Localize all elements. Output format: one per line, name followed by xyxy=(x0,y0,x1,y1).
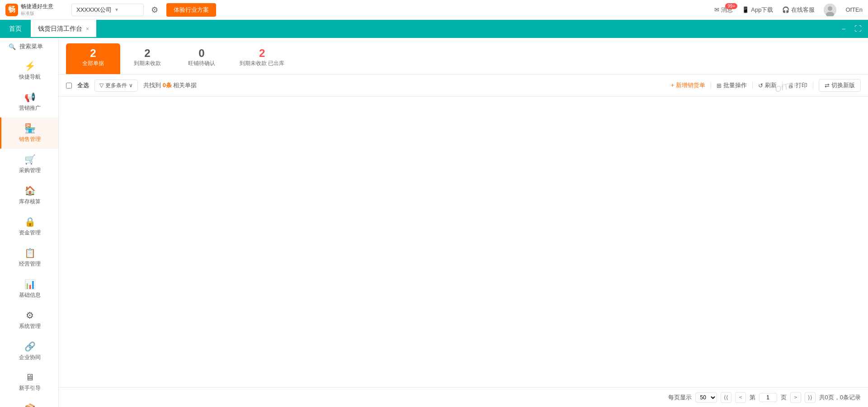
inventory-icon: 🏠 xyxy=(24,185,36,196)
finance-icon: 🔒 xyxy=(24,216,36,227)
sidebar-item-finance[interactable]: 🔒 资金管理 xyxy=(0,211,58,242)
refresh-button[interactable]: ↺ 刷新 xyxy=(758,81,777,89)
total-info: 共0页，0条记录 xyxy=(819,393,861,402)
toolbar: 全选 ▽ 更多条件 ∨ 共找到 0条 相关单据 + 新增销货单 ⊞ 批量操作 xyxy=(59,75,868,97)
pagination-bar: 每页显示 50 ⟨⟨ ＜ 第 页 ＞ ⟩⟩ 共0页，0条记录 xyxy=(59,387,868,407)
minimize-icon[interactable]: － xyxy=(838,23,849,36)
switch-label: 切换新版 xyxy=(831,81,855,89)
quick-nav-icon: ⚡ xyxy=(24,61,36,71)
page-unit: 页 xyxy=(781,393,787,402)
refresh-icon: ↺ xyxy=(758,82,763,89)
sidebar-label: 资金管理 xyxy=(19,229,41,237)
sidebar-item-purchase[interactable]: 🛒 采购管理 xyxy=(0,149,58,180)
tab-label: 钱货日清工作台 xyxy=(38,25,82,33)
basic-info-icon: 📊 xyxy=(24,279,36,290)
app-download-label: App下载 xyxy=(751,6,773,14)
avatar xyxy=(824,4,836,16)
maximize-icon[interactable]: ⛶ xyxy=(853,23,863,35)
stat-label: 旺铺待确认 xyxy=(188,60,215,66)
service-icon: 🎧 xyxy=(782,6,789,13)
found-count: 0条 xyxy=(163,82,172,89)
guide-icon: 🖥 xyxy=(25,372,34,383)
page-number-input[interactable] xyxy=(759,393,777,402)
sidebar-item-quick-nav[interactable]: ⚡ 快捷导航 xyxy=(0,55,58,86)
select-all-checkbox[interactable] xyxy=(66,83,72,89)
batch-operation-button[interactable]: ⊞ 批量操作 xyxy=(717,81,747,89)
stat-tab-wangpu[interactable]: 0 旺铺待确认 xyxy=(175,43,229,74)
stats-tabs: 2 全部单据 2 到期未收款 0 旺铺待确认 2 到期未收款 已出库 xyxy=(59,38,868,75)
stat-tab-all[interactable]: 2 全部单据 xyxy=(66,43,120,74)
sidebar-label: 销售管理 xyxy=(19,136,41,143)
trial-button[interactable]: 体验行业方案 xyxy=(166,3,216,17)
last-page-button[interactable]: ⟩⟩ xyxy=(805,392,816,403)
switch-new-version-button[interactable]: ⇄ 切换新版 xyxy=(819,79,861,92)
dropdown-arrow-icon: ▼ xyxy=(114,7,119,12)
sidebar-item-marketing[interactable]: 📢 营销推广 xyxy=(0,86,58,117)
collaboration-icon: 🔗 xyxy=(24,341,36,352)
page-size-label: 每页显示 xyxy=(668,393,692,402)
sidebar-item-basic-info[interactable]: 📊 基础信息 xyxy=(0,273,58,304)
divider xyxy=(813,82,813,89)
stat-tab-shipped[interactable]: 2 到期未收款 已出库 xyxy=(229,43,295,74)
app-center-icon: 📦 xyxy=(24,403,36,407)
filter-button[interactable]: ▽ 更多条件 ∨ xyxy=(94,80,138,92)
tab-bar: 首页 钱货日清工作台 × － ⛶ xyxy=(0,20,868,38)
svg-point-1 xyxy=(828,6,832,11)
sidebar-item-sales[interactable]: 🏪 销售管理 xyxy=(0,117,58,149)
add-sales-order-button[interactable]: + 新增销货单 xyxy=(671,81,705,89)
search-icon: 🔍 xyxy=(9,43,16,50)
company-selector[interactable]: XXXXXX公司 ▼ xyxy=(71,4,144,16)
stat-num: 2 xyxy=(240,47,284,60)
message-badge: 99+ xyxy=(725,3,737,9)
toolbar-right: + 新增销货单 ⊞ 批量操作 ↺ 刷新 🖨 打印 ⇄ xyxy=(671,79,861,92)
print-icon: 🖨 xyxy=(788,82,794,89)
tab-active[interactable]: 钱货日清工作台 × xyxy=(31,20,96,38)
search-label: 搜索菜单 xyxy=(19,42,43,51)
page-size-select[interactable]: 50 xyxy=(695,393,717,402)
first-page-button[interactable]: ⟨⟨ xyxy=(721,392,731,403)
sidebar-label: 营销推广 xyxy=(19,104,41,112)
settings-button[interactable]: ⚙ xyxy=(147,3,162,17)
app-download-button[interactable]: 📱 App下载 xyxy=(742,6,773,14)
online-service-button[interactable]: 🎧 在线客服 xyxy=(782,6,815,14)
tab-close-icon[interactable]: × xyxy=(86,26,89,32)
header-right: ✉ 消息 99+ 📱 App下载 🎧 在线客服 OfTEn xyxy=(714,4,863,16)
purchase-icon: 🛒 xyxy=(24,154,36,165)
sidebar-search[interactable]: 🔍 搜索菜单 xyxy=(0,38,58,55)
marketing-icon: 📢 xyxy=(24,92,36,103)
company-name: XXXXXX公司 xyxy=(76,6,112,14)
tab-home[interactable]: 首页 xyxy=(0,20,31,38)
stat-tab-overdue[interactable]: 2 到期未收款 xyxy=(120,43,175,74)
sidebar-label: 新手引导 xyxy=(19,384,41,392)
message-button[interactable]: ✉ 消息 99+ xyxy=(714,6,733,14)
sidebar-label: 系统管理 xyxy=(19,323,41,330)
system-icon: ⚙ xyxy=(26,310,34,321)
select-all-label: 全选 xyxy=(77,81,89,89)
sidebar-item-collaboration[interactable]: 🔗 企业协同 xyxy=(0,336,58,367)
top-header: 畅 畅捷通好生意 标准版 XXXXXX公司 ▼ ⚙ 体验行业方案 ✉ 消息 99… xyxy=(0,0,868,20)
batch-icon: ⊞ xyxy=(717,82,722,89)
next-page-button[interactable]: ＞ xyxy=(790,392,801,403)
stat-num: 2 xyxy=(77,47,109,60)
sidebar-item-app-center[interactable]: 📦 应用中心 xyxy=(0,398,58,407)
sidebar-item-inventory[interactable]: 🏠 库存核算 xyxy=(0,180,58,211)
sidebar-label: 基础信息 xyxy=(19,291,41,299)
user-name: OfTEn xyxy=(845,6,863,13)
filter-icon: ▽ xyxy=(99,82,104,89)
sidebar-item-management[interactable]: 📋 经营管理 xyxy=(0,242,58,273)
divider xyxy=(752,82,753,89)
filter-label: 更多条件 xyxy=(105,82,127,89)
chevron-down-icon: ∨ xyxy=(129,82,133,89)
print-button[interactable]: 🖨 打印 xyxy=(788,81,807,89)
sidebar-item-system[interactable]: ⚙ 系统管理 xyxy=(0,304,58,336)
sidebar: 🔍 搜索菜单 ⚡ 快捷导航 📢 营销推广 🏪 销售管理 🛒 采购管理 🏠 库存核… xyxy=(0,38,59,407)
sidebar-item-guide[interactable]: 🖥 新手引导 xyxy=(0,367,58,398)
batch-label: 批量操作 xyxy=(723,81,747,89)
main-layout: 🔍 搜索菜单 ⚡ 快捷导航 📢 营销推广 🏪 销售管理 🛒 采购管理 🏠 库存核… xyxy=(0,38,868,407)
content-area: 2 全部单据 2 到期未收款 0 旺铺待确认 2 到期未收款 已出库 全选 ▽ … xyxy=(59,38,868,407)
print-label: 打印 xyxy=(796,81,807,89)
stat-label: 到期未收款 已出库 xyxy=(240,60,284,66)
prev-page-button[interactable]: ＜ xyxy=(735,392,746,403)
stat-num: 2 xyxy=(131,47,164,60)
logo-area: 畅 畅捷通好生意 标准版 xyxy=(5,3,64,16)
